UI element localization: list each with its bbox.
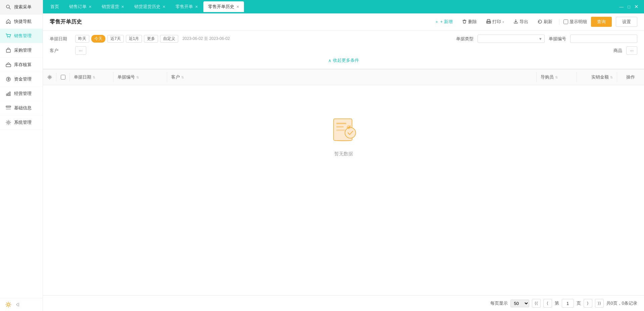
main-content: 首页 销售订单 ✕ 销货退货 ✕ 销货退货历史 ✕ 零售开单 ✕ 零售开单历史 … xyxy=(43,0,644,311)
page-text-end: 页 xyxy=(577,300,581,306)
sidebar-item-kuaijie[interactable]: 快捷导航 xyxy=(0,14,43,29)
print-button[interactable]: 打印 ▾ xyxy=(484,17,507,26)
customer-input[interactable]: ··· xyxy=(75,46,86,55)
sidebar-item-label: 库存核算 xyxy=(14,62,32,68)
bill-type-label: 单据类型 xyxy=(456,36,474,42)
sidebar-item-label: 资金管理 xyxy=(14,76,32,82)
show-detail-toggle[interactable]: 显示明细 xyxy=(563,19,587,25)
filter-date-buttons: 昨天 今天 近7天 近1月 更多 自定义 2023-06-02 至 2023-0… xyxy=(75,35,230,43)
print-icon xyxy=(486,19,491,25)
date-btn-custom[interactable]: 自定义 xyxy=(160,35,178,43)
setting-button[interactable]: 设置 xyxy=(616,17,637,27)
date-btn-7days[interactable]: 近7天 xyxy=(107,35,124,43)
goods-input[interactable]: ··· xyxy=(626,46,637,55)
date-btn-1month[interactable]: 近1月 xyxy=(126,35,142,43)
window-close[interactable]: ✕ xyxy=(634,4,639,10)
info-icon xyxy=(5,105,11,111)
print-chevron-icon: ▾ xyxy=(502,20,504,24)
svg-point-3 xyxy=(9,37,10,38)
delete-button[interactable]: 删除 xyxy=(459,17,480,26)
sidebar-item-xitong[interactable]: 系统管理 xyxy=(0,115,43,130)
tab-close-sale-order[interactable]: ✕ xyxy=(89,5,92,9)
th-amount[interactable]: 实销金额 ⇅ xyxy=(577,72,617,82)
table-area: 单据日期 ⇅ 单据编号 ⇅ 客户 ⇅ 导购员 ⇅ 实销金额 ⇅ 操作 xyxy=(43,69,644,295)
sidebar-search[interactable]: 搜索采单 xyxy=(0,0,43,14)
sidebar-item-xiaoshou[interactable]: 销售管理 xyxy=(0,29,43,43)
date-btn-today[interactable]: 今天 xyxy=(91,35,105,43)
home-icon xyxy=(5,18,11,24)
th-checkbox[interactable] xyxy=(56,73,70,82)
svg-rect-7 xyxy=(6,94,7,96)
tab-retail-open[interactable]: 零售开单 ✕ xyxy=(171,1,203,12)
date-btn-more[interactable]: 更多 xyxy=(144,35,158,43)
select-all-checkbox[interactable] xyxy=(61,75,65,80)
window-minimize[interactable]: — xyxy=(619,4,624,9)
sidebar-item-jingying[interactable]: 经营管理 xyxy=(0,87,43,101)
amount-sort-icon: ⇅ xyxy=(610,75,613,79)
search-label: 搜索采单 xyxy=(14,4,32,10)
sidebar-item-zijin[interactable]: 资金管理 xyxy=(0,72,43,87)
th-guide[interactable]: 导购员 ⇅ xyxy=(537,72,577,82)
next-page-btn[interactable]: ⟩ xyxy=(584,299,592,308)
tab-close-sale-return[interactable]: ✕ xyxy=(121,5,124,9)
tab-sale-return[interactable]: 销货退货 ✕ xyxy=(97,1,129,12)
prev-page-btn[interactable]: ⟨ xyxy=(543,299,552,308)
bill-no-input[interactable] xyxy=(570,35,637,43)
tab-retail-open-history[interactable]: 零售开单历史 ✕ xyxy=(203,1,244,12)
date-sort-icon: ⇅ xyxy=(93,75,95,79)
per-page-select[interactable]: 50 20 100 xyxy=(510,300,529,307)
tab-sale-order[interactable]: 销售订单 ✕ xyxy=(64,1,96,12)
svg-rect-11 xyxy=(6,108,11,108)
tab-sale-return-history[interactable]: 销货退货历史 ✕ xyxy=(130,1,170,12)
warehouse-icon xyxy=(5,62,11,68)
tab-bar-right: — □ ✕ xyxy=(619,4,641,10)
collapse-up-icon: ∧ xyxy=(328,58,332,63)
collapse-button[interactable]: ∧ 收起更多条件 xyxy=(327,56,360,65)
svg-rect-12 xyxy=(6,109,11,110)
sidebar-item-jichu[interactable]: 基础信息 xyxy=(0,101,43,115)
tab-close-sale-return-history[interactable]: ✕ xyxy=(162,5,165,9)
bill-type-select[interactable]: ▾ xyxy=(478,35,545,43)
svg-point-2 xyxy=(7,37,8,38)
sidebar-item-kucun[interactable]: 库存核算 xyxy=(0,58,43,72)
total-text: 共0页，0条记录 xyxy=(606,300,637,306)
filter-row-1: 单据日期 昨天 今天 近7天 近1月 更多 自定义 2023-06-02 至 2… xyxy=(50,35,637,43)
svg-rect-22 xyxy=(336,126,344,127)
first-page-btn[interactable]: ⟨⟨ xyxy=(532,299,541,308)
show-detail-checkbox[interactable] xyxy=(563,19,568,24)
th-date[interactable]: 单据日期 ⇅ xyxy=(70,72,113,82)
date-btn-yesterday[interactable]: 昨天 xyxy=(75,35,89,43)
svg-rect-9 xyxy=(9,92,10,96)
add-button[interactable]: ＋ + 新增 xyxy=(432,17,455,26)
guide-sort-icon: ⇅ xyxy=(555,75,558,79)
add-icon: ＋ xyxy=(435,19,439,25)
search-icon xyxy=(5,4,11,10)
th-bill-no[interactable]: 单据编号 ⇅ xyxy=(113,72,167,82)
export-icon xyxy=(513,19,518,25)
svg-point-14 xyxy=(7,304,9,306)
tab-bar: 首页 销售订单 ✕ 销货退货 ✕ 销货退货历史 ✕ 零售开单 ✕ 零售开单历史 … xyxy=(43,0,644,13)
sidebar: 搜索采单 快捷导航 销售管理 采购管理 xyxy=(0,0,43,311)
empty-text: 暂无数据 xyxy=(334,151,353,157)
th-customer[interactable]: 客户 ⇅ xyxy=(167,72,537,82)
customer-filter-label: 客户 xyxy=(50,48,70,54)
tab-home[interactable]: 首页 xyxy=(46,4,64,10)
collapse-sidebar-icon[interactable] xyxy=(14,302,20,308)
sidebar-item-label: 经营管理 xyxy=(14,91,32,97)
th-action: 操作 xyxy=(617,72,644,82)
th-settings[interactable] xyxy=(43,73,56,82)
tab-close-retail-open-history[interactable]: ✕ xyxy=(236,5,239,9)
window-restore[interactable]: □ xyxy=(628,4,630,9)
date-filter-label: 单据日期 xyxy=(50,36,70,42)
settings-bottom-icon[interactable] xyxy=(5,302,11,308)
sidebar-item-caigou[interactable]: 采购管理 xyxy=(0,43,43,58)
sidebar-item-label: 销售管理 xyxy=(14,33,32,39)
refresh-button[interactable]: 刷新 xyxy=(535,17,555,26)
svg-rect-21 xyxy=(336,123,346,124)
per-page-label: 每页显示 xyxy=(490,300,508,306)
tab-close-retail-open[interactable]: ✕ xyxy=(195,5,198,9)
query-button[interactable]: 查询 xyxy=(591,17,612,27)
last-page-btn[interactable]: ⟩⟩ xyxy=(595,299,604,308)
export-button[interactable]: 导出 xyxy=(511,17,531,26)
page-number-input[interactable] xyxy=(562,299,574,308)
